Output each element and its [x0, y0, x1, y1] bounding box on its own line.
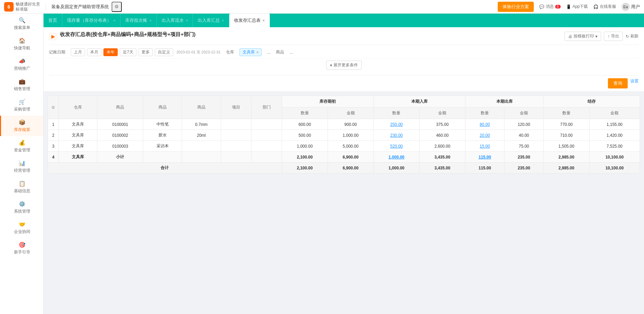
sidebar-item-sales[interactable]: 💼 销售管理	[0, 75, 43, 95]
cart-icon: 🛒	[19, 99, 26, 105]
date-btn-last-month[interactable]: 上月	[71, 48, 85, 56]
page-title-area: ▶ 收发存汇总表(按仓库+商品编码+商品+规格型号+项目+部门) 🖨 按模板打印…	[44, 27, 644, 76]
date-btn-this-month[interactable]: 本月	[87, 48, 101, 56]
settings-gear-button[interactable]: ⚙	[112, 2, 122, 12]
row-warehouse: 文具库	[59, 130, 97, 141]
table-wrapper: ⚙ 仓库 商品 商品 商品 项目 部门 库存期初 本期入库 本期出库	[48, 96, 640, 173]
tab-home[interactable]: 首页	[44, 14, 62, 27]
total-label: 合计	[48, 163, 282, 173]
subtotal-opening-qty: 2,100.00	[282, 152, 328, 163]
tab-io-summary[interactable]: 出入库汇总 ×	[193, 14, 229, 27]
sidebar-item-operations[interactable]: 📊 经营管理	[0, 156, 43, 177]
export-button[interactable]: ↑ 导出	[604, 32, 623, 41]
total-in-amt: 3,435.00	[419, 163, 465, 173]
data-table: ⚙ 仓库 商品 商品 商品 项目 部门 库存期初 本期入库 本期出库	[48, 96, 640, 173]
sidebar: 🔍 搜索菜单 🏠 快捷导航 📣 营销推广 💼 销售管理 🛒 采购管理 📦	[0, 14, 44, 314]
sidebar-item-label: 搜索菜单	[14, 25, 30, 31]
row-department	[251, 141, 282, 152]
row-in-amt: 375.00	[419, 119, 465, 130]
sidebar-item-marketing[interactable]: 📣 营销推广	[0, 54, 43, 75]
subtotal-warehouse: 文具库	[59, 152, 97, 163]
row-out-qty[interactable]: 15.00	[465, 141, 505, 152]
app-download-button[interactable]: 📱 App下载	[566, 4, 588, 10]
subtotal-empty1	[143, 152, 182, 163]
date-btn-this-year[interactable]: 本年	[103, 48, 118, 56]
subtotal-in-qty[interactable]: 1,000.00	[374, 152, 419, 163]
sidebar-item-cooperation[interactable]: 🤝 企业协同	[0, 218, 43, 238]
th-out-qty: 数量	[465, 108, 505, 119]
table-row: 2 文具库 0100002 胶水 20ml 500.00 1,000.00	[48, 130, 640, 141]
row-project	[221, 141, 251, 152]
toggle-arrow-button[interactable]: ▶	[49, 32, 57, 40]
subtotal-out-amt: 235.00	[505, 152, 544, 163]
warehouse-tag[interactable]: 文具库 ×	[240, 48, 262, 56]
row-no: 2	[48, 130, 59, 141]
th-in-qty: 数量	[374, 108, 419, 119]
sidebar-item-search-menu[interactable]: 🔍 搜索菜单	[0, 14, 43, 34]
tab-receive-summary[interactable]: 收发存汇总表 ×	[229, 14, 270, 27]
briefcase-icon: 💼	[19, 78, 26, 85]
row-opening-qty: 1,000.00	[282, 141, 328, 152]
th-in-group: 本期入库	[374, 96, 465, 108]
tab-close-icon[interactable]: ×	[149, 18, 151, 22]
sidebar-item-inventory[interactable]: 📦 库存核算	[0, 116, 43, 136]
experience-button[interactable]: 体验行业方案	[498, 2, 534, 12]
row-in-qty[interactable]: 250.00	[374, 119, 419, 130]
table-settings-col[interactable]: ⚙	[48, 96, 59, 119]
online-service-button[interactable]: 🎧 在线客服	[593, 4, 616, 10]
th-opening-amt: 金额	[328, 108, 374, 119]
row-warehouse: 文具库	[59, 119, 97, 130]
row-out-amt: 40.00	[505, 130, 544, 141]
row-goods-spec: 0.7mm	[182, 119, 221, 130]
total-opening-amt: 6,900.00	[328, 163, 374, 173]
tab-close-icon[interactable]: ×	[222, 18, 224, 22]
query-button[interactable]: 查询	[608, 78, 628, 88]
date-filter-label: 记账日期	[49, 49, 65, 55]
date-btn-custom[interactable]: 自定义	[155, 48, 173, 56]
row-out-qty[interactable]: 20.00	[465, 130, 505, 141]
message-button[interactable]: 💬 消息 6	[539, 4, 561, 10]
phone-icon: 📱	[566, 4, 571, 9]
tab-close-icon[interactable]: ×	[113, 18, 115, 22]
sidebar-item-label: 系统管理	[14, 209, 30, 214]
expand-button[interactable]: ▾ 展开更多条件	[326, 61, 362, 70]
row-closing-qty: 1,505.00	[543, 141, 589, 152]
page-content: ▶ 收发存汇总表(按仓库+商品编码+商品+规格型号+项目+部门) 🖨 按模板打印…	[44, 27, 644, 314]
date-btn-more[interactable]: 更多	[138, 48, 153, 56]
system-title: 装备及固定资产辅助管理系统	[51, 4, 109, 10]
row-project	[221, 130, 251, 141]
sidebar-item-guide[interactable]: 🎯 新手引导	[0, 238, 43, 259]
total-row: 合计 2,100.00 6,900.00 1,000.00 3,435.00 1…	[48, 163, 640, 173]
subtotal-out-qty[interactable]: 115.00	[465, 152, 505, 163]
box-icon: 📦	[19, 119, 26, 126]
th-closing-group: 结存	[543, 96, 640, 108]
row-out-qty[interactable]: 80.00	[465, 119, 505, 130]
tab-batch-ledger[interactable]: 库存批次账 ×	[120, 14, 156, 27]
sidebar-item-basic-info[interactable]: 📋 基础信息	[0, 177, 43, 197]
tab-io-flow[interactable]: 出入库流水 ×	[157, 14, 193, 27]
row-closing-qty: 770.00	[543, 119, 589, 130]
print-button[interactable]: 🖨 按模板打印 ▾	[564, 32, 601, 41]
refresh-button[interactable]: ↻ 刷新	[626, 33, 639, 39]
row-in-qty[interactable]: 520.00	[374, 141, 419, 152]
tag-close-icon[interactable]: ×	[256, 50, 259, 55]
user-area[interactable]: Ea 用户	[622, 3, 640, 11]
tab-stock-dist[interactable]: 现存量（库存分布表） ×	[62, 14, 120, 27]
row-warehouse: 文具库	[59, 141, 97, 152]
sidebar-item-purchase[interactable]: 🛒 采购管理	[0, 95, 43, 116]
row-in-qty[interactable]: 230.00	[374, 130, 419, 141]
tab-close-icon[interactable]: ×	[263, 18, 265, 22]
goods-more-button[interactable]: ...	[290, 50, 293, 55]
warehouse-more-button[interactable]: ...	[267, 50, 270, 55]
row-in-amt: 2,600.00	[419, 141, 465, 152]
date-btn-7days[interactable]: 近7天	[120, 48, 136, 56]
sidebar-item-quick-nav[interactable]: 🏠 快捷导航	[0, 34, 43, 54]
sidebar-item-finance[interactable]: 💰 资金管理	[0, 136, 43, 156]
row-goods-name: 中性笔	[143, 119, 182, 130]
settings-link[interactable]: 设置	[630, 78, 639, 88]
subtotal-row: 4 文具库 小计 2,100.00 6,900.00 1,000.0	[48, 152, 640, 163]
subtotal-opening-amt: 6,900.00	[328, 152, 374, 163]
tab-bar: 首页 现存量（库存分布表） × 库存批次账 × 出入库流水 × 出入库汇总 ×	[44, 14, 644, 27]
tab-close-icon[interactable]: ×	[186, 18, 188, 22]
sidebar-item-system[interactable]: ⚙️ 系统管理	[0, 197, 43, 218]
